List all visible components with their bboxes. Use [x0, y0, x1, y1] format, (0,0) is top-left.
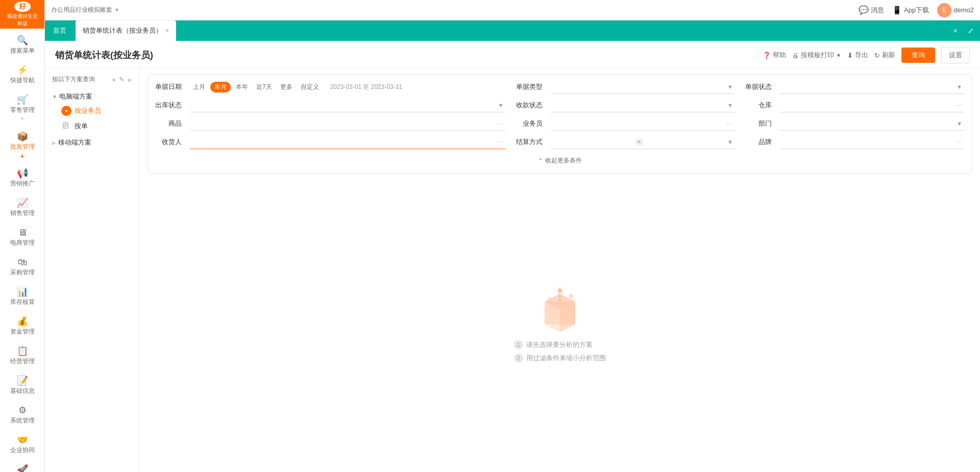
tab-sales-report[interactable]: 销货单统计表（按业务员） × — [76, 20, 176, 41]
download-icon: 📱 — [892, 6, 902, 15]
empty-tip-2: 2 用过滤条件来缩小分析范围 — [514, 353, 606, 363]
payment-select[interactable]: × ▼ — [551, 135, 735, 149]
sidebar-item-sales[interactable]: 📈 销售管理 — [0, 193, 44, 223]
sidebar-item-basic-info[interactable]: 📝 基础信息 — [0, 371, 44, 400]
receiver-dots[interactable]: ··· — [497, 137, 503, 147]
sidebar-item-finance[interactable]: 💰 资金管理 — [0, 312, 44, 341]
date-tab-7days[interactable]: 近7天 — [253, 82, 275, 92]
export-button[interactable]: ⬇ 导出 — [847, 51, 868, 60]
sidebar-item-wholesale[interactable]: 📦 批发管理 ▲ — [0, 127, 44, 163]
brand-dots[interactable]: ··· — [955, 137, 962, 147]
top-header: 办公用品行业模拟账套 ▼ 💬 消息 📱 App下载 E demo2 — [45, 0, 980, 20]
svg-marker-9 — [557, 287, 563, 292]
sidebar-item-ecommerce[interactable]: 🖥 电商管理 — [0, 223, 44, 252]
finance-icon: 💰 — [17, 317, 28, 326]
doc-type-filter: 单据类型 ▼ — [516, 80, 745, 94]
logo-area[interactable]: 好 畅捷通好生意 标版 — [0, 0, 44, 29]
tab-maximize-icon[interactable]: ⤢ — [968, 27, 974, 35]
product-input[interactable]: ··· — [190, 116, 506, 131]
query-button[interactable]: 查询 — [901, 48, 935, 63]
tree-mobile-arrow-icon: ▶ — [52, 140, 56, 146]
salesperson-scheme-icon: ● — [61, 106, 71, 116]
refresh-button[interactable]: ↻ 刷新 — [874, 51, 895, 60]
sidebar-item-onboarding[interactable]: 🚀 新手引导 — [0, 460, 44, 472]
date-tab-custom[interactable]: 自定义 — [298, 82, 322, 92]
payment-label: 结算方式 — [516, 137, 543, 147]
tree-leaf-by-doc[interactable]: 按单 — [57, 119, 135, 134]
collapse-panel-icon[interactable]: « — [128, 76, 132, 84]
receiver-input[interactable]: ··· — [190, 135, 506, 149]
app-download-label: App下载 — [904, 6, 929, 15]
sidebar-item-search[interactable]: 🔍 搜索菜单 — [0, 31, 44, 60]
sidebar-item-inventory[interactable]: 📊 库存核算 — [0, 282, 44, 312]
tree-pc-label: 电脑端方案 — [59, 92, 92, 101]
salesperson-dots[interactable]: ··· — [726, 119, 733, 128]
sidebar-item-retail[interactable]: 🛒 零售管理 ▼ — [0, 90, 44, 127]
help-icon: ❓ — [763, 52, 771, 59]
sidebar-item-operations[interactable]: 📋 经营管理 — [0, 341, 44, 371]
app-download-button[interactable]: 📱 App下载 — [892, 6, 929, 15]
add-scheme-icon[interactable]: + — [112, 76, 116, 84]
doc-status-chevron-icon: ▼ — [957, 84, 962, 90]
sidebar-item-system[interactable]: ⚙ 系统管理 — [0, 400, 44, 430]
payment-clear-icon[interactable]: × — [635, 138, 643, 146]
date-tab-this-year[interactable]: 本年 — [233, 82, 251, 92]
svg-point-11 — [548, 297, 551, 300]
page-area: 销货单统计表(按业务员) ❓ 帮助 🖨 按模板打印 ▼ ⬇ 导出 ↻ 刷新 — [45, 41, 980, 472]
warehouse-dots[interactable]: ··· — [955, 101, 962, 110]
right-panel: 单据日期 上月 本月 本年 近7天 更多 自定义 2023-03-01 至 20… — [139, 68, 980, 472]
warehouse-label: 仓库 — [745, 101, 772, 110]
filter-row-2: 出库状态 ▼ 收款状态 ▼ — [155, 98, 964, 112]
tab-bar: 首页 销货单统计表（按业务员） × × ⤢ — [45, 20, 980, 41]
dept-select[interactable]: ▼ — [780, 116, 964, 131]
home-label: 首页 — [53, 26, 66, 35]
account-dropdown[interactable]: 办公用品行业模拟账套 ▼ — [51, 6, 119, 14]
empty-state: 1 请先选择要分析的方案 2 用过滤条件来缩小分析范围 — [148, 178, 972, 466]
receiver-label: 收货人 — [155, 137, 182, 147]
collapse-button[interactable]: ⌃ 收起更多条件 — [155, 153, 964, 168]
doc-type-label: 单据类型 — [516, 82, 543, 91]
user-menu[interactable]: E demo2 — [937, 3, 974, 17]
help-button[interactable]: ❓ 帮助 — [763, 51, 786, 60]
setting-button[interactable]: 设置 — [941, 47, 970, 63]
doc-type-select[interactable]: ▼ — [551, 80, 735, 94]
filter-section: 单据日期 上月 本月 本年 近7天 更多 自定义 2023-03-01 至 20… — [148, 74, 972, 174]
tab-close-all-icon[interactable]: × — [953, 27, 958, 35]
doc-status-select[interactable]: ▼ — [780, 80, 964, 94]
product-dots[interactable]: ··· — [497, 119, 503, 128]
receive-status-select[interactable]: ▼ — [551, 98, 735, 112]
date-tab-more[interactable]: 更多 — [277, 82, 296, 92]
sidebar-item-purchase[interactable]: 🛍 采购管理 — [0, 252, 44, 282]
sales-icon: 📈 — [17, 198, 28, 207]
sidebar-item-enterprise[interactable]: 🤝 企业协同 — [0, 430, 44, 460]
print-button[interactable]: 🖨 按模板打印 ▼ — [792, 51, 841, 60]
system-icon: ⚙ — [18, 406, 27, 415]
left-panel-icons: + ✎ « — [112, 76, 132, 84]
page-actions: ❓ 帮助 🖨 按模板打印 ▼ ⬇ 导出 ↻ 刷新 查询 设置 — [763, 47, 970, 63]
salesperson-input[interactable]: ··· — [551, 116, 735, 131]
header-right: 💬 消息 📱 App下载 E demo2 — [859, 3, 974, 17]
sidebar-item-quick-nav[interactable]: ⚡ 快捷导航 — [0, 60, 44, 90]
date-tabs: 上月 本月 本年 近7天 更多 自定义 — [190, 82, 322, 92]
enterprise-icon: 🤝 — [17, 435, 28, 444]
basic-info-icon: 📝 — [17, 376, 28, 385]
date-tab-this-month[interactable]: 本月 — [210, 82, 231, 92]
warehouse-input[interactable]: ··· — [780, 98, 964, 112]
onboarding-icon: 🚀 — [17, 465, 28, 472]
message-button[interactable]: 💬 消息 — [859, 5, 884, 15]
tree-children-pc: ● 按业务员 — [49, 103, 135, 134]
tab-close-icon[interactable]: × — [165, 27, 169, 34]
tree-mobile-label: 移动端方案 — [58, 138, 91, 147]
date-tab-last-month[interactable]: 上月 — [190, 82, 208, 92]
tree-node-pc[interactable]: ▼ 电脑端方案 — [49, 90, 135, 103]
tree-node-mobile[interactable]: ▶ 移动端方案 — [49, 136, 135, 149]
tab-home[interactable]: 首页 — [45, 20, 75, 41]
sidebar-item-marketing[interactable]: 📢 营销推广 — [0, 163, 44, 193]
tab-sales-report-label: 销货单统计表（按业务员） — [83, 26, 162, 35]
out-status-filter: 出库状态 ▼ — [155, 98, 516, 112]
out-status-select[interactable]: ▼ — [190, 98, 506, 112]
brand-input[interactable]: ··· — [780, 135, 964, 149]
tree-leaf-by-salesperson[interactable]: ● 按业务员 — [57, 103, 135, 119]
edit-scheme-icon[interactable]: ✎ — [119, 76, 125, 83]
salesperson-filter: 业务员 ··· — [516, 116, 745, 131]
